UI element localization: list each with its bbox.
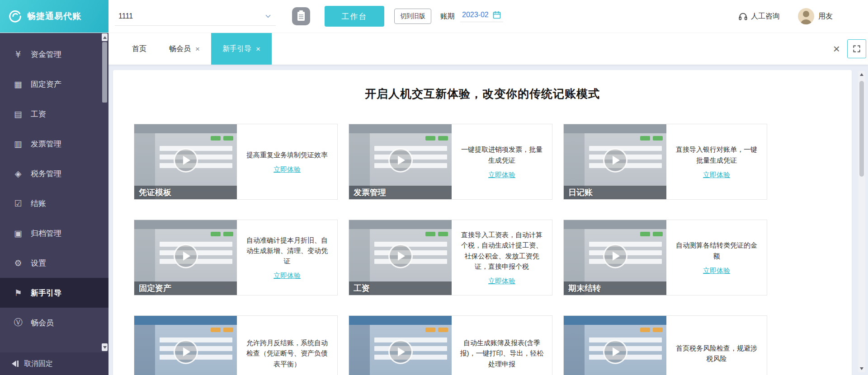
video-thumbnail[interactable]	[564, 316, 666, 375]
play-icon[interactable]	[388, 340, 413, 364]
fullscreen-icon	[852, 44, 861, 53]
tab-close-icon[interactable]: ×	[256, 45, 260, 53]
tab-guide[interactable]: 新手引导 ×	[211, 33, 272, 65]
try-now-link[interactable]: 立即体验	[703, 171, 730, 179]
salary-icon: ▤	[13, 109, 24, 119]
consult-label: 人工咨询	[751, 12, 780, 21]
thumbnail-decoration	[653, 232, 663, 236]
thumbnail-decoration	[640, 328, 650, 332]
clipboard-button[interactable]	[292, 7, 310, 25]
card-body: 自动生成账簿及报表(含季报)，一键打印、导出，轻松处理申报	[452, 316, 552, 375]
play-icon[interactable]	[174, 244, 198, 268]
tab-bar-tabs: 首页 畅会员 × 新手引导 ×	[108, 33, 272, 65]
close-panel-icon[interactable]: ×	[833, 43, 840, 55]
sidebar-item-fixed-assets[interactable]: ▦ 固定资产	[0, 69, 108, 99]
guide-card: 自动生成账簿及报表(含季报)，一键打印、导出，轻松处理申报	[349, 315, 552, 375]
play-icon[interactable]	[388, 148, 413, 173]
funds-icon: ¥	[13, 49, 24, 59]
unpin-sidebar-button[interactable]: 取消固定	[0, 352, 108, 375]
card-body: 一键提取进销项发票，批量生成凭证 立即体验	[452, 124, 552, 199]
tab-member[interactable]: 畅会员 ×	[158, 33, 211, 65]
sidebar-item-settings[interactable]: ⚙ 设置	[0, 248, 108, 278]
settings-icon: ⚙	[13, 258, 24, 268]
play-icon[interactable]	[603, 340, 627, 364]
consult-button[interactable]: 人工咨询	[738, 12, 780, 21]
play-icon[interactable]	[174, 340, 198, 364]
content-scrollbar[interactable]	[858, 71, 865, 372]
sidebar-scroll-thumb[interactable]	[102, 42, 107, 103]
video-thumbnail[interactable]: 日记账	[564, 124, 666, 199]
try-now-link[interactable]: 立即体验	[274, 165, 301, 174]
thumbnail-decoration	[223, 328, 233, 332]
video-thumbnail[interactable]	[134, 316, 237, 375]
thumbnail-decoration	[589, 338, 662, 342]
thumbnail-decoration	[564, 220, 666, 229]
thumbnail-decoration	[653, 136, 663, 141]
user-menu[interactable]: 用友	[798, 8, 833, 24]
play-icon[interactable]	[388, 244, 413, 268]
video-thumbnail[interactable]	[349, 316, 452, 375]
sidebar-item-tax[interactable]: ◈ 税务管理	[0, 159, 108, 188]
sidebar-item-salary[interactable]: ▤ 工资	[0, 99, 108, 129]
video-thumbnail[interactable]: 凭证模板	[134, 124, 237, 199]
sidebar-item-member[interactable]: Ⓥ 畅会员	[0, 308, 108, 338]
account-select[interactable]: 1111	[115, 7, 276, 26]
try-now-link[interactable]: 立即体验	[274, 272, 301, 280]
video-thumbnail[interactable]: 发票管理	[349, 124, 452, 199]
sidebar-item-funds[interactable]: ¥ 资金管理	[0, 39, 108, 69]
old-version-button[interactable]: 切到旧版	[394, 9, 431, 24]
guide-icon: ⚑	[13, 288, 24, 298]
thumbnail-decoration	[640, 136, 650, 141]
archive-icon: ▣	[13, 228, 24, 238]
closing-icon: ☑	[13, 198, 24, 208]
thumbnail-decoration	[564, 325, 585, 375]
video-thumbnail[interactable]: 固定资产	[134, 220, 237, 295]
sidebar-item-closing[interactable]: ☑ 结账	[0, 188, 108, 218]
assets-icon: ▦	[13, 79, 24, 89]
sidebar-scrollbar[interactable]	[102, 33, 108, 352]
try-now-link[interactable]: 立即体验	[488, 277, 515, 286]
card-body: 自动准确计提本月折旧、自动生成新增、清理、变动凭证 立即体验	[237, 220, 337, 295]
play-icon[interactable]	[603, 148, 627, 173]
thumbnail-decoration	[160, 146, 232, 151]
scroll-down-icon[interactable]	[860, 367, 863, 370]
unpin-label: 取消固定	[24, 359, 53, 369]
card-description: 自动生成账簿及报表(含季报)，一键打印、导出，轻松处理申报	[459, 338, 545, 369]
period-picker[interactable]: 2023-02	[460, 10, 503, 22]
sidebar-item-archive[interactable]: ▣ 归档管理	[0, 218, 108, 248]
card-description: 直接导入工资表，自动计算个税，自动生成计提工资、社保公积金、发放工资凭证，直接申…	[459, 230, 545, 272]
guide-title: 开启人机交互新体验，改变你的传统记账模式	[113, 86, 852, 101]
video-thumbnail[interactable]: 工资	[349, 220, 452, 295]
card-body: 直接导入工资表，自动计算个税，自动生成计提工资、社保公积金、发放工资凭证，直接申…	[452, 220, 552, 295]
scroll-up-icon[interactable]	[102, 33, 108, 41]
fullscreen-button[interactable]	[847, 39, 866, 58]
tab-close-icon[interactable]: ×	[195, 45, 200, 53]
period-value: 2023-02	[462, 11, 489, 19]
card-title: 日记账	[564, 186, 666, 199]
scroll-up-icon[interactable]	[860, 73, 863, 76]
thumbnail-decoration	[160, 338, 232, 342]
card-description: 一键提取进销项发票，批量生成凭证	[459, 144, 545, 165]
thumbnail-decoration	[211, 136, 221, 141]
card-title: 凭证模板	[134, 186, 237, 199]
play-icon[interactable]	[603, 244, 627, 268]
sidebar-item-invoice[interactable]: ▥ 发票管理	[0, 129, 108, 159]
play-triangle	[613, 156, 620, 165]
play-icon[interactable]	[174, 148, 198, 173]
tab-bar-actions: ×	[833, 33, 868, 65]
sidebar-item-guide[interactable]: ⚑ 新手引导	[0, 278, 108, 308]
video-thumbnail[interactable]: 期末结转	[564, 220, 666, 295]
thumbnail-decoration	[640, 232, 650, 236]
brand-logo-icon	[7, 9, 23, 24]
content-scroll-thumb[interactable]	[859, 81, 864, 177]
card-body: 提高重复业务填制凭证效率 立即体验	[237, 124, 337, 199]
guide-card: 首页税务风险检查，规避涉税风险	[563, 315, 767, 375]
tab-home[interactable]: 首页	[121, 33, 158, 65]
scroll-down-icon[interactable]	[102, 343, 108, 351]
member-icon: Ⓥ	[13, 317, 24, 328]
thumbnail-decoration	[349, 220, 452, 229]
workbench-button[interactable]: 工作台	[325, 6, 384, 27]
thumbnail-decoration	[374, 146, 447, 151]
try-now-link[interactable]: 立即体验	[488, 171, 515, 179]
try-now-link[interactable]: 立即体验	[703, 267, 730, 275]
